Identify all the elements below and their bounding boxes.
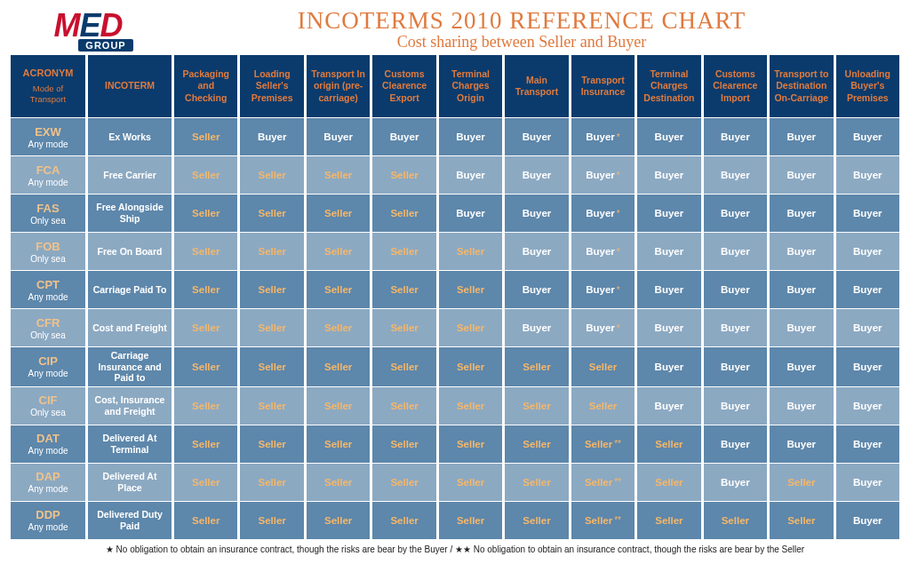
- cell-cpt-8: Buyer: [704, 271, 767, 308]
- cell-cip-5: Seller: [505, 347, 568, 386]
- cell-exw-4: Buyer: [439, 118, 502, 155]
- cell-fas-4: Buyer: [439, 195, 502, 232]
- cell-cpt-2: Seller: [307, 271, 370, 308]
- cell-ddp-2: Seller: [307, 502, 370, 539]
- incoterm-cfr: Cost and Freight: [88, 309, 172, 346]
- logo-group-badge: GROUP: [78, 39, 132, 52]
- cell-cfr-3: Seller: [372, 309, 435, 346]
- cell-dap-8: Buyer: [704, 464, 767, 501]
- logo-letter-d: D: [100, 7, 123, 44]
- cell-cfr-4: Seller: [439, 309, 502, 346]
- cell-cfr-0: Seller: [174, 309, 237, 346]
- th-acronym: ACRONYMMode of Transport: [11, 55, 85, 117]
- row-label-fca: FCAAny mode: [11, 156, 85, 194]
- cell-fas-6: Buyer*: [571, 195, 635, 232]
- cell-cif-5: Seller: [505, 387, 568, 425]
- cell-cif-7: Buyer: [637, 387, 700, 425]
- cell-exw-6: Buyer*: [571, 118, 635, 155]
- logo-letter-m: M: [53, 7, 79, 44]
- incoterm-dat: Delivered At Terminal: [88, 425, 172, 463]
- cell-cpt-5: Buyer: [505, 271, 568, 308]
- th-col-7: Terminal Charges Destination: [637, 55, 700, 117]
- cell-cip-8: Buyer: [704, 347, 767, 386]
- cell-cfr-7: Buyer: [637, 309, 700, 346]
- row-label-cfr: CFROnly sea: [11, 309, 85, 346]
- cell-dat-5: Seller: [505, 425, 568, 463]
- cell-cip-2: Seller: [307, 347, 370, 386]
- cell-ddp-1: Seller: [240, 502, 303, 539]
- cell-fca-1: Seller: [240, 156, 303, 194]
- cell-dap-0: Seller: [174, 464, 237, 501]
- cell-fas-5: Buyer: [505, 195, 568, 232]
- incoterm-ddp: Delivered Duty Paid: [88, 502, 172, 539]
- th-col-1: Loading Seller's Premises: [240, 55, 303, 117]
- cell-cfr-5: Buyer: [505, 309, 568, 346]
- cell-cif-2: Seller: [307, 387, 370, 425]
- incoterm-cpt: Carriage Paid To: [88, 271, 172, 308]
- row-label-dap: DAPAny mode: [11, 464, 85, 501]
- cell-exw-8: Buyer: [704, 118, 767, 155]
- cell-exw-10: Buyer: [836, 118, 899, 155]
- logo: MED GROUP: [21, 7, 155, 52]
- cell-fas-0: Seller: [174, 195, 237, 232]
- incoterm-fas: Free Alongside Ship: [88, 195, 172, 232]
- cell-fas-10: Buyer: [836, 195, 899, 232]
- cell-cif-1: Seller: [240, 387, 303, 425]
- cell-fob-4: Seller: [439, 233, 502, 270]
- cell-cpt-0: Seller: [174, 271, 237, 308]
- cell-cpt-10: Buyer: [836, 271, 899, 308]
- cell-dap-7: Seller: [637, 464, 700, 501]
- cell-cfr-6: Buyer*: [571, 309, 635, 346]
- cell-exw-9: Buyer: [770, 118, 833, 155]
- cell-cpt-6: Buyer*: [571, 271, 635, 308]
- cell-dat-10: Buyer: [836, 425, 899, 463]
- th-col-3: Customs Clearence Export: [372, 55, 435, 117]
- header: MED GROUP INCOTERMS 2010 REFERENCE CHART…: [0, 0, 910, 55]
- incoterm-exw: Ex Works: [88, 118, 172, 155]
- cell-dap-5: Seller: [505, 464, 568, 501]
- cell-cpt-1: Seller: [240, 271, 303, 308]
- row-label-fob: FOBOnly sea: [11, 233, 85, 270]
- cell-cif-8: Buyer: [704, 387, 767, 425]
- cell-fob-9: Buyer: [770, 233, 833, 270]
- cell-ddp-10: Buyer: [836, 502, 899, 539]
- cell-dat-7: Seller: [637, 425, 700, 463]
- cell-cfr-1: Seller: [240, 309, 303, 346]
- cell-cif-9: Buyer: [770, 387, 833, 425]
- th-col-9: Transport to Destination On-Carriage: [770, 55, 833, 117]
- cell-fob-6: Buyer*: [571, 233, 635, 270]
- cell-exw-7: Buyer: [637, 118, 700, 155]
- cell-fob-2: Seller: [307, 233, 370, 270]
- cell-dat-4: Seller: [439, 425, 502, 463]
- th-col-6: Transport Insurance: [571, 55, 635, 117]
- th-incoterm: INCOTERM: [88, 55, 172, 117]
- cell-exw-5: Buyer: [505, 118, 568, 155]
- cell-cip-10: Buyer: [836, 347, 899, 386]
- cell-fas-8: Buyer: [704, 195, 767, 232]
- cell-fob-3: Seller: [372, 233, 435, 270]
- cell-dap-10: Buyer: [836, 464, 899, 501]
- cell-fca-7: Buyer: [637, 156, 700, 194]
- incoterm-fob: Free On Board: [88, 233, 172, 270]
- cell-cip-4: Seller: [439, 347, 502, 386]
- cell-cif-3: Seller: [372, 387, 435, 425]
- cell-fob-7: Buyer: [637, 233, 700, 270]
- cell-dat-6: Seller**: [571, 425, 635, 463]
- cell-fas-9: Buyer: [770, 195, 833, 232]
- logo-letter-e: E: [79, 7, 100, 44]
- cell-fob-5: Buyer: [505, 233, 568, 270]
- cell-cip-3: Seller: [372, 347, 435, 386]
- cell-dap-2: Seller: [307, 464, 370, 501]
- cell-cip-9: Buyer: [770, 347, 833, 386]
- cell-cpt-3: Seller: [372, 271, 435, 308]
- row-label-cif: CIFOnly sea: [11, 387, 85, 425]
- cell-ddp-9: Seller: [770, 502, 833, 539]
- cell-dap-6: Seller**: [571, 464, 635, 501]
- title-block: INCOTERMS 2010 REFERENCE CHART Cost shar…: [155, 7, 889, 52]
- cell-fas-7: Buyer: [637, 195, 700, 232]
- cell-fca-8: Buyer: [704, 156, 767, 194]
- cell-ddp-3: Seller: [372, 502, 435, 539]
- th-col-8: Customs Clearence Import: [704, 55, 767, 117]
- cell-fca-3: Seller: [372, 156, 435, 194]
- cell-exw-3: Buyer: [372, 118, 435, 155]
